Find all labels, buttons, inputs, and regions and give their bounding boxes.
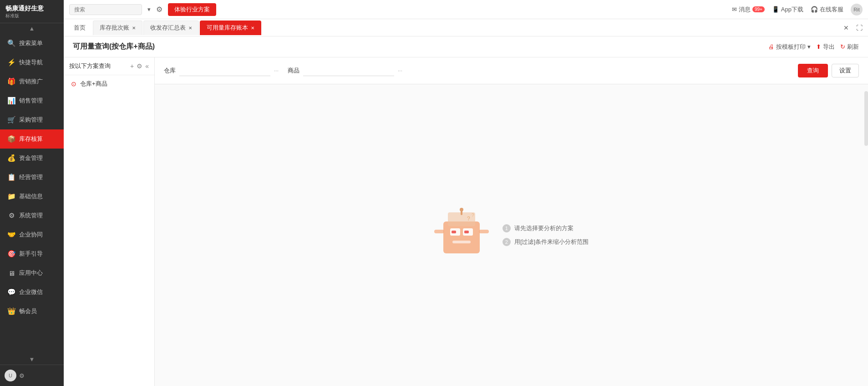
sidebar-item-operations[interactable]: 📋 经营管理 [0, 168, 64, 187]
sidebar-item-search[interactable]: 🔍 搜索菜单 [0, 34, 64, 53]
svg-rect-6 [452, 241, 471, 243]
print-dropdown-icon[interactable]: ▾ [807, 43, 811, 50]
warehouse-input[interactable] [179, 65, 270, 76]
corp-wechat-icon: 💬 [7, 288, 15, 296]
scheme-settings-icon[interactable]: ⚙ [137, 62, 142, 70]
sidebar-item-sales[interactable]: 📊 销售管理 [0, 91, 64, 110]
sidebar-item-label: 经营管理 [19, 173, 43, 181]
expand-tab-button[interactable]: ⛶ [854, 22, 864, 33]
close-tab-button[interactable]: ✕ [842, 22, 851, 33]
filter-panel: 按以下方案查询 + ⚙ « ⊙ 仓库+商品 [64, 57, 155, 386]
filter-scheme-item[interactable]: ⊙ 仓库+商品 [64, 75, 154, 93]
message-badge: 99+ [752, 6, 765, 12]
content-area: 按以下方案查询 + ⚙ « ⊙ 仓库+商品 仓库 ··· [64, 57, 868, 386]
topbar: ▾ ⚙ 体验行业方案 ✉ 消息 99+ 📱 App下载 🎧 在线客服 Rit [64, 0, 868, 19]
sidebar-item-finance[interactable]: 💰 资金管理 [0, 149, 64, 168]
app-title: 畅康通好生意 [5, 5, 58, 13]
empty-state: ? ? 1 请先选择要分析的方案 2 用[过滤]条件来缩小分析范围 [155, 84, 868, 386]
collapse-panel-icon[interactable]: « [145, 62, 149, 70]
sidebar-scroll-up[interactable]: ▲ [0, 23, 64, 34]
sidebar-item-membership[interactable]: 👑 畅会员 [0, 302, 64, 321]
app-download-label: App下载 [781, 5, 803, 14]
sidebar-item-marketing[interactable]: 🎁 营销推广 [0, 72, 64, 91]
empty-illustration: ? ? [434, 208, 489, 262]
topbar-gear-icon[interactable]: ⚙ [156, 5, 162, 14]
query-fields: 仓库 ··· 商品 ··· 查询 设置 [155, 57, 868, 84]
sidebar-item-label: 基础信息 [19, 192, 43, 201]
product-input[interactable] [303, 65, 394, 76]
svg-text:?: ? [467, 216, 470, 222]
filter-panel-header: 按以下方案查询 + ⚙ « [64, 57, 154, 75]
purchase-icon: 🛒 [7, 116, 15, 124]
sidebar-user[interactable]: U ⚙ [0, 365, 64, 386]
online-service-btn[interactable]: 🎧 在线客服 [811, 5, 843, 14]
product-label: 商品 [288, 67, 299, 75]
search-menu-icon: 🔍 [7, 39, 15, 47]
close-icon[interactable]: ✕ [251, 26, 254, 31]
add-scheme-button[interactable]: + [130, 62, 134, 70]
sidebar-item-label: 库存核算 [19, 135, 43, 143]
tab-stock-summary[interactable]: 收发存汇总表 ✕ [143, 21, 199, 35]
sidebar-item-corp-wechat[interactable]: 💬 企业微信 [0, 283, 64, 302]
warehouse-more-btn[interactable]: ··· [274, 67, 279, 74]
sidebar-item-shortcut[interactable]: ⚡ 快捷导航 [0, 53, 64, 72]
settings-button[interactable]: 设置 [832, 64, 859, 77]
sidebar-item-basic-info[interactable]: 📁 基础信息 [0, 187, 64, 206]
product-more-btn[interactable]: ··· [398, 67, 402, 74]
tip-item-2: 2 用[过滤]条件来缩小分析范围 [503, 238, 589, 246]
app-center-icon: 🖥 [7, 269, 15, 277]
sidebar-nav: 🔍 搜索菜单 ⚡ 快捷导航 🎁 营销推广 📊 销售管理 🛒 采购管理 📦 库存核… [0, 34, 64, 354]
tabs-bar: 首页 库存批次账 ✕ 收发存汇总表 ✕ 可用量库存账本 ✕ ✕ ⛶ [64, 19, 868, 36]
message-label: 消息 [739, 5, 751, 14]
service-icon: 🎧 [811, 6, 818, 13]
sidebar-item-newbie[interactable]: 🎯 新手引导 [0, 244, 64, 263]
scrollbar-hint [864, 91, 868, 146]
svg-rect-4 [452, 231, 456, 233]
dropdown-chevron-icon[interactable]: ▾ [146, 6, 152, 13]
sidebar-item-label: 应用中心 [19, 269, 43, 277]
app-download-btn[interactable]: 📱 App下载 [772, 5, 803, 14]
sidebar-item-enterprise[interactable]: 🤝 企业协同 [0, 225, 64, 244]
print-button[interactable]: 🖨 按模板打印 ▾ [768, 43, 811, 51]
refresh-icon: ↻ [840, 43, 845, 50]
sidebar-item-label: 企业微信 [19, 288, 43, 296]
sidebar-item-system[interactable]: ⚙ 系统管理 [0, 206, 64, 225]
sidebar-item-purchase[interactable]: 🛒 采购管理 [0, 110, 64, 129]
user-profile-btn[interactable]: Rit [851, 4, 863, 15]
operations-icon: 📋 [7, 173, 15, 181]
sidebar-item-label: 企业协同 [19, 231, 43, 239]
sidebar-item-inventory[interactable]: 📦 库存核算 [0, 129, 64, 149]
svg-rect-0 [443, 221, 480, 253]
page-title: 可用量查询(按仓库+商品) [73, 42, 155, 51]
tab-home[interactable]: 首页 [67, 21, 92, 35]
refresh-button[interactable]: ↻ 刷新 [840, 43, 859, 51]
app-download-icon: 📱 [772, 6, 779, 13]
tab-inventory-batch[interactable]: 库存批次账 ✕ [93, 21, 142, 35]
close-icon[interactable]: ✕ [188, 26, 192, 31]
tip-text-1: 请先选择要分析的方案 [514, 224, 574, 232]
tab-available-inventory[interactable]: 可用量库存账本 ✕ [200, 21, 261, 35]
sidebar-item-label: 资金管理 [19, 154, 43, 162]
sidebar-item-label: 搜索菜单 [19, 39, 43, 47]
topbar-avatar: Rit [851, 4, 863, 15]
search-input[interactable] [69, 4, 142, 15]
sidebar-scroll-down[interactable]: ▼ [0, 354, 64, 365]
sidebar-settings: ⚙ [19, 372, 25, 379]
sales-icon: 📊 [7, 97, 15, 105]
app-subtitle: 标准版 [5, 13, 58, 19]
message-btn[interactable]: ✉ 消息 99+ [732, 5, 765, 14]
close-icon[interactable]: ✕ [132, 26, 136, 31]
warehouse-field-group: 仓库 ··· [164, 65, 279, 76]
scheme-item-label: 仓库+商品 [80, 80, 107, 88]
query-actions: 查询 设置 [798, 64, 859, 77]
query-button[interactable]: 查询 [798, 64, 828, 77]
marketing-icon: 🎁 [7, 77, 15, 86]
filter-panel-actions: + ⚙ « [130, 62, 149, 70]
trial-industry-button[interactable]: 体验行业方案 [168, 3, 216, 16]
message-icon: ✉ [732, 6, 737, 13]
query-area: 仓库 ··· 商品 ··· 查询 设置 [155, 57, 868, 386]
sidebar-item-app-center[interactable]: 🖥 应用中心 [0, 263, 64, 283]
export-button[interactable]: ⬆ 导出 [816, 43, 835, 51]
svg-rect-9 [434, 230, 444, 233]
finance-icon: 💰 [7, 154, 15, 162]
